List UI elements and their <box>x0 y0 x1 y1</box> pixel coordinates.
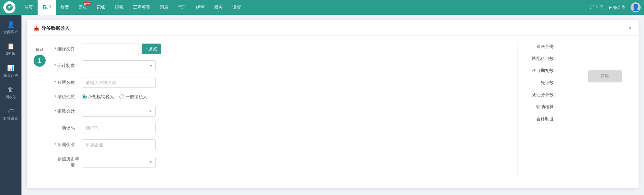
tax-type-label: * 纳税性质： <box>52 94 79 100</box>
nav-tax[interactable]: 报税 <box>110 0 128 15</box>
general-taxpayer-radio[interactable] <box>119 94 124 99</box>
history-year-label: 参照历史年度： <box>52 156 79 168</box>
sidebar-item-recycle[interactable]: 🗑 回收站 <box>0 83 21 103</box>
ledger-name-input[interactable] <box>82 77 156 88</box>
account-month-row: 建账月份： <box>525 44 632 50</box>
sidebar-item-all-client[interactable]: 👤 全部客户 <box>0 17 21 38</box>
account-month-label: 建账月份： <box>525 44 558 50</box>
small-taxpayer-option[interactable]: 小规模纳税人 <box>82 94 114 100</box>
nav-home[interactable]: 首页 <box>19 0 38 15</box>
small-taxpayer-radio[interactable] <box>82 94 87 99</box>
accounting-system-info-row: 会计制度： <box>525 116 632 122</box>
top-nav: 首页 客户 收费 票据 new 记账 报税 工商项目 消息 管理 经营 服务 设… <box>0 0 644 15</box>
company-label: * 所属企业： <box>52 142 79 148</box>
sidebar: 👤 全部客户 📋 0申报 📊 账套迁移 🗑 回收站 🏷 标签设置 <box>0 15 21 195</box>
close-button[interactable]: × <box>628 25 632 32</box>
accountant-row: * 指派会计： <box>52 106 511 117</box>
ledger-name-label: * 账簿名称： <box>52 79 79 85</box>
dialog-body: 建账 1 * 选择文件： +浏览 <box>27 36 639 186</box>
file-row: * 选择文件： +浏览 <box>52 44 511 54</box>
dialog-card: 📥 导爷数据导入 × 建账 1 <box>27 20 639 188</box>
content-area: 📥 导爷数据导入 × 建账 1 <box>21 15 644 195</box>
file-input[interactable] <box>82 44 139 54</box>
step-label: 建账 <box>36 47 44 53</box>
memo-input[interactable] <box>82 123 156 133</box>
nav-operation[interactable]: 经营 <box>191 0 209 15</box>
svg-point-0 <box>6 4 13 11</box>
ledger-name-row: * 账簿名称： <box>52 77 511 88</box>
recycle-icon: 🗑 <box>8 86 14 93</box>
voucher-count-label: 凭证数： <box>525 80 558 86</box>
accountant-select[interactable] <box>82 106 156 117</box>
browse-button[interactable]: +浏览 <box>142 44 161 54</box>
accountant-label: * 指派会计： <box>52 108 79 114</box>
voucher-entry-label: 凭证分录数： <box>525 92 558 98</box>
import-icon: 📥 <box>34 26 39 31</box>
info-section: 建账月份： 匹配科目数： 科目期初数： 建账 凭证数： <box>525 44 632 178</box>
auxiliary-row: 辅助核算： <box>525 104 632 110</box>
memo-label: 助记码： <box>52 125 79 131</box>
section-divider <box>517 44 518 178</box>
step-circle: 1 <box>34 55 46 67</box>
nav-fee[interactable]: 收费 <box>56 0 74 15</box>
file-label: * 选择文件： <box>52 46 79 52</box>
dialog-title: 📥 导爷数据导入 <box>34 25 69 31</box>
nav-right: ⛶ 全屏 ▶ 畅会员 👤 <box>590 2 641 12</box>
subject-initial-label: 科目期初数： <box>525 68 558 74</box>
main-layout: 👤 全部客户 📋 0申报 📊 账套迁移 🗑 回收站 🏷 标签设置 📥 导 <box>0 15 644 195</box>
accounting-system-row: * 会计制度： <box>52 60 511 71</box>
nav-message[interactable]: 消息 <box>155 0 173 15</box>
nav-client[interactable]: 客户 <box>38 0 56 15</box>
play-icon: ▶ <box>609 5 612 10</box>
tag-settings-icon: 🏷 <box>8 108 14 115</box>
declaration-icon: 📋 <box>7 43 14 50</box>
app-logo[interactable] <box>3 1 15 13</box>
fullscreen-icon: ⛶ <box>590 5 594 10</box>
auxiliary-label: 辅助核算： <box>525 104 558 110</box>
sidebar-item-declaration[interactable]: 📋 0申报 <box>0 39 21 60</box>
sidebar-item-account-move[interactable]: 📊 账套迁移 <box>0 61 21 81</box>
nav-manage[interactable]: 管理 <box>173 0 191 15</box>
match-subject-row: 匹配科目数： <box>525 56 632 62</box>
tax-type-row: * 纳税性质： 小规模纳税人 一般纳税人 <box>52 94 511 100</box>
account-move-icon: 📊 <box>7 64 14 72</box>
nav-items: 首页 客户 收费 票据 new 记账 报税 工商项目 消息 管理 经营 服务 设… <box>19 0 590 15</box>
nav-invoice[interactable]: 票据 new <box>74 0 92 15</box>
tax-type-radio-group: 小规模纳税人 一般纳税人 <box>82 94 147 100</box>
nav-service[interactable]: 服务 <box>209 0 228 15</box>
history-year-row: 参照历史年度： <box>52 156 511 168</box>
new-badge: new <box>83 2 91 6</box>
nav-bookkeeping[interactable]: 记账 <box>92 0 110 15</box>
create-account-button[interactable]: 建账 <box>588 70 622 82</box>
company-input[interactable] <box>82 139 156 150</box>
form-fields: * 选择文件： +浏览 * 会计制度： <box>52 44 511 168</box>
sidebar-item-tag-settings[interactable]: 🏷 标签设置 <box>0 104 21 124</box>
general-taxpayer-option[interactable]: 一般纳税人 <box>119 94 147 100</box>
company-row: * 所属企业： <box>52 139 511 150</box>
member-btn[interactable]: ▶ 畅会员 <box>609 5 625 10</box>
accounting-system-label: * 会计制度： <box>52 63 79 69</box>
accounting-system-select[interactable] <box>82 60 156 71</box>
history-year-select[interactable] <box>82 157 156 168</box>
dialog-header: 📥 导爷数据导入 × <box>27 20 639 36</box>
all-client-icon: 👤 <box>7 21 14 28</box>
fullscreen-btn[interactable]: ⛶ 全屏 <box>590 5 603 10</box>
voucher-entry-row: 凭证分录数： <box>525 92 632 98</box>
nav-business[interactable]: 工商项目 <box>128 0 155 15</box>
memo-row: 助记码： <box>52 123 511 133</box>
nav-settings[interactable]: 设置 <box>228 0 246 15</box>
match-subject-label: 匹配科目数： <box>525 56 558 62</box>
step-indicator: 建账 1 <box>34 44 46 67</box>
accounting-system-info-label: 会计制度： <box>525 116 558 122</box>
user-avatar[interactable]: 👤 <box>631 2 641 12</box>
form-section: 建账 1 * 选择文件： +浏览 <box>34 44 511 178</box>
